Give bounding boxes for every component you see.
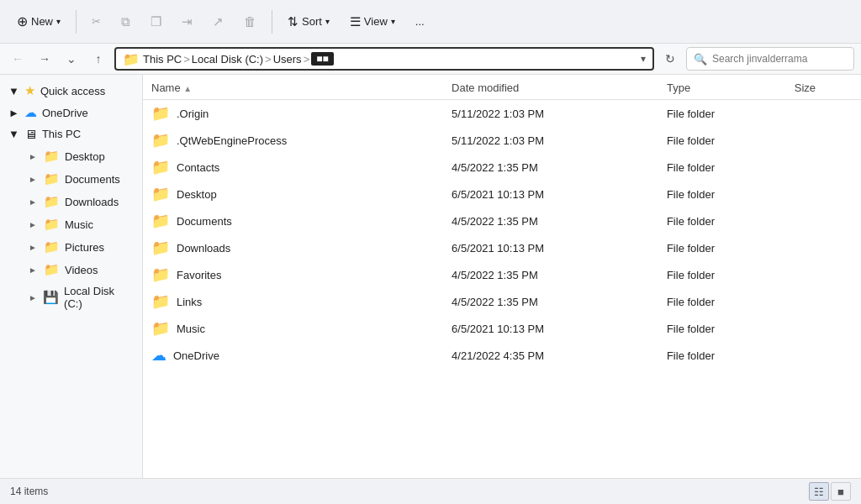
- this-pc-chevron-icon: ▼: [8, 128, 19, 140]
- recent-button[interactable]: ⌄: [61, 48, 82, 70]
- details-view-button[interactable]: ☷: [809, 482, 829, 501]
- more-button[interactable]: ...: [407, 11, 433, 32]
- file-size: [786, 342, 861, 369]
- file-size: [786, 181, 861, 207]
- refresh-button[interactable]: ↻: [659, 48, 681, 70]
- videos-folder-icon: 📁: [44, 262, 60, 277]
- delete-button[interactable]: 🗑: [235, 10, 265, 33]
- sidebar-item-local-disk[interactable]: ► 💾 Local Disk (C:): [3, 281, 139, 313]
- new-button[interactable]: ⊕ New ▾: [8, 9, 69, 34]
- table-row[interactable]: 📁 .Origin 5/11/2022 1:03 PM File folder: [143, 100, 861, 128]
- table-row[interactable]: ☁ OneDrive 4/21/2022 4:35 PM File folder: [143, 342, 861, 369]
- items-count: 14 items: [10, 486, 48, 497]
- pictures-folder-icon: 📁: [44, 239, 60, 255]
- up-button[interactable]: ↑: [87, 48, 109, 70]
- sidebar-item-desktop[interactable]: ► 📁 Desktop: [3, 145, 139, 167]
- sidebar-item-downloads[interactable]: ► 📁 Downloads: [3, 191, 139, 213]
- table-row[interactable]: 📁 Documents 4/5/2022 1:35 PM File folder: [143, 207, 861, 234]
- cut-button[interactable]: ✂: [83, 11, 109, 32]
- address-folder-icon: 📁: [123, 51, 140, 67]
- music-expand-icon: ►: [29, 220, 39, 229]
- table-row[interactable]: 📁 Desktop 6/5/2021 10:13 PM File folder: [143, 181, 861, 207]
- table-row[interactable]: 📁 Links 4/5/2022 1:35 PM File folder: [143, 288, 861, 315]
- address-sep-2: >: [265, 53, 272, 66]
- music-folder-icon: 📁: [44, 217, 60, 232]
- sidebar-item-music[interactable]: ► 📁 Music: [3, 213, 139, 235]
- col-size[interactable]: Size: [786, 75, 861, 100]
- file-size: [786, 234, 861, 261]
- this-pc-label: This PC: [42, 128, 81, 140]
- col-name[interactable]: Name ▲: [143, 75, 443, 100]
- local-disk-expand-icon: ►: [29, 293, 38, 302]
- cloud-folder-icon: ☁: [151, 346, 166, 365]
- address-parts: This PC > Local Disk (C:) > Users > ■■: [143, 52, 334, 66]
- file-type: File folder: [658, 261, 786, 288]
- file-name-cell: 📁 Music: [143, 315, 443, 342]
- address-bar[interactable]: 📁 This PC > Local Disk (C:) > Users > ■■…: [114, 47, 654, 71]
- file-size: [786, 127, 861, 154]
- file-name-cell: 📁 Links: [143, 288, 443, 315]
- documents-folder-icon: 📁: [44, 171, 60, 186]
- sidebar-section-onedrive[interactable]: ► ☁ OneDrive: [0, 102, 142, 123]
- copy-icon: ❐: [151, 14, 161, 29]
- file-name: Music: [177, 323, 205, 335]
- tiles-view-button[interactable]: ■: [831, 482, 851, 501]
- file-date: 4/21/2022 4:35 PM: [443, 342, 658, 369]
- file-type: File folder: [658, 100, 786, 128]
- table-row[interactable]: 📁 .QtWebEngineProcess 5/11/2022 1:03 PM …: [143, 127, 861, 154]
- name-sort-icon: ▲: [183, 84, 192, 93]
- pictures-label: Pictures: [65, 241, 104, 254]
- address-sep-3: >: [304, 53, 310, 66]
- this-pc-monitor-icon: 🖥: [24, 127, 37, 141]
- move-button[interactable]: ⇥: [173, 10, 201, 34]
- folder-icon: 📁: [151, 292, 170, 311]
- sort-arrow-icon: ▾: [325, 17, 330, 26]
- search-icon: 🔍: [694, 53, 707, 66]
- file-name-cell: ☁ OneDrive: [143, 342, 443, 369]
- file-date: 4/5/2022 1:35 PM: [443, 154, 658, 181]
- sidebar-section-quick-access[interactable]: ▼ ★ Quick access: [0, 80, 142, 102]
- documents-expand-icon: ►: [29, 175, 39, 184]
- sidebar-item-documents[interactable]: ► 📁 Documents: [3, 168, 139, 190]
- folder-icon: 📁: [151, 185, 170, 203]
- file-list-area: Name ▲ Date modified Type Size: [143, 75, 861, 478]
- file-type: File folder: [658, 288, 786, 315]
- table-row[interactable]: 📁 Favorites 4/5/2022 1:35 PM File folder: [143, 261, 861, 288]
- file-type: File folder: [658, 181, 786, 207]
- copy-button[interactable]: ❐: [142, 10, 170, 34]
- file-type: File folder: [658, 154, 786, 181]
- onedrive-cloud-icon: ☁: [24, 105, 37, 120]
- view-button[interactable]: ☰ View ▾: [341, 10, 404, 34]
- file-name-cell: 📁 Favorites: [143, 261, 443, 288]
- onedrive-label: OneDrive: [42, 107, 88, 119]
- search-input[interactable]: [712, 53, 847, 65]
- table-row[interactable]: 📁 Music 6/5/2021 10:13 PM File folder: [143, 315, 861, 342]
- sidebar-item-pictures[interactable]: ► 📁 Pictures: [3, 236, 139, 258]
- new-icon: ⊕: [17, 13, 28, 29]
- table-header-row: Name ▲ Date modified Type Size: [143, 75, 861, 100]
- share-button[interactable]: ↗: [204, 10, 232, 34]
- sidebar-section-this-pc[interactable]: ▼ 🖥 This PC: [0, 123, 142, 144]
- sort-button[interactable]: ⇅ Sort ▾: [279, 10, 338, 34]
- table-row[interactable]: 📁 Contacts 4/5/2022 1:35 PM File folder: [143, 154, 861, 181]
- col-type[interactable]: Type: [658, 75, 786, 100]
- sidebar-item-videos[interactable]: ► 📁 Videos: [3, 259, 139, 281]
- documents-label: Documents: [65, 173, 120, 186]
- file-date: 6/5/2021 10:13 PM: [443, 234, 658, 261]
- address-user: ■■: [311, 52, 334, 66]
- forward-button[interactable]: →: [34, 48, 55, 70]
- address-dropdown-button[interactable]: ▾: [641, 53, 646, 65]
- sidebar: ▼ ★ Quick access ► ☁ OneDrive ▼ 🖥 This P…: [0, 75, 143, 478]
- col-date-modified[interactable]: Date modified: [443, 75, 658, 100]
- videos-label: Videos: [65, 264, 98, 276]
- file-rows: 📁 .Origin 5/11/2022 1:03 PM File folder …: [143, 100, 861, 370]
- copy-to-button[interactable]: ⧉: [113, 10, 139, 34]
- back-button[interactable]: ←: [7, 48, 29, 70]
- address-sep-1: >: [183, 53, 190, 66]
- table-row[interactable]: 📁 Downloads 6/5/2021 10:13 PM File folde…: [143, 234, 861, 261]
- view-label: View: [364, 15, 388, 28]
- file-name: Contacts: [177, 161, 219, 174]
- file-size: [786, 315, 861, 342]
- file-name: .Origin: [177, 108, 209, 120]
- file-name-cell: 📁 Desktop: [143, 181, 443, 207]
